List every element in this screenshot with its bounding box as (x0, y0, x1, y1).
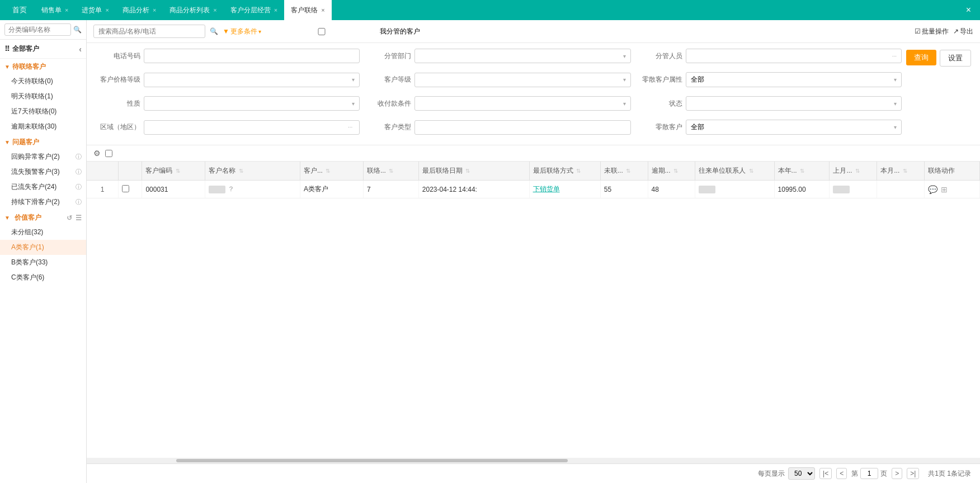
close-icon[interactable]: × (65, 7, 68, 13)
col-header-lastway[interactable]: 最后联络方式 ⇅ (529, 162, 600, 181)
sidebar-item-class-c[interactable]: C类客户(6) (0, 270, 86, 285)
sort-icon: ⇅ (626, 168, 630, 174)
filter-action-buttons: 查询 设置 (906, 49, 971, 139)
filter-group-region: 区域（地区） ··· (96, 120, 360, 135)
sidebar-item-ungroup[interactable]: 未分组(32) (0, 225, 86, 240)
filter-group-customer-type: 客户类型 (366, 120, 630, 135)
chat-icon[interactable]: 💬 (928, 185, 937, 194)
price-level-select[interactable]: ▾ (144, 73, 360, 87)
sidebar-item-today[interactable]: 今天待联络(0) (0, 74, 86, 89)
settings-button[interactable]: 设置 (940, 50, 971, 67)
retail-attr-select[interactable]: 全部 ▾ (686, 72, 902, 87)
dept-select[interactable]: ▾ (414, 49, 630, 63)
last-way-link[interactable]: 下销货单 (533, 185, 560, 193)
nav-tab-customerlayer[interactable]: 客户分层经营 × (224, 0, 284, 20)
row-checkbox[interactable] (122, 185, 129, 192)
sidebar-group-pending[interactable]: ▼ 待联络客户 (0, 59, 86, 74)
nav-tab-customercontact[interactable]: 客户联络 × (284, 0, 331, 20)
qr-icon[interactable]: ⊞ (941, 185, 948, 194)
nav-tab-analysislist[interactable]: 商品分析列表 × (163, 0, 223, 20)
cell-lastdate: 2023-04-12 14:44: (418, 181, 529, 198)
level-select[interactable]: ▾ (414, 73, 630, 87)
sidebar-all-customers[interactable]: ⠿ 全部客户 ‹ (0, 40, 86, 59)
select-all-checkbox[interactable] (105, 150, 112, 157)
page-number-input[interactable] (860, 468, 878, 479)
refresh-icon[interactable]: ↺ (67, 214, 72, 222)
last-page-button[interactable]: >| (907, 468, 919, 479)
page-info: 第 页 (851, 468, 887, 479)
search-button[interactable]: 🔍 (210, 27, 218, 35)
horizontal-scrollbar[interactable] (87, 458, 980, 463)
filter-group-price-level: 客户价格等级 ▾ (96, 73, 360, 87)
col-header-name[interactable]: 客户名称 ⇅ (205, 162, 300, 181)
col-header-unlinkdays[interactable]: 未联... ⇅ (600, 162, 648, 181)
chevron-down-icon: ▾ (352, 101, 355, 107)
phone-input[interactable] (144, 49, 360, 63)
next-page-button[interactable]: > (892, 468, 902, 479)
batch-icon: ☑ (915, 27, 921, 35)
filter-row-2: 客户价格等级 ▾ 客户等级 ▾ 零散客户属性 (96, 72, 902, 87)
sidebar-item-class-a[interactable]: A类客户(1) (0, 240, 86, 255)
scroll-thumb[interactable] (176, 459, 568, 462)
sidebar-item-overdue[interactable]: 逾期未联络(30) (0, 119, 86, 134)
my-customer-checkbox[interactable] (266, 28, 378, 35)
region-select[interactable]: ··· (144, 120, 360, 135)
nav-tab-purchaseorder[interactable]: 进货单 × (75, 0, 115, 20)
filter-group-payment: 收付款条件 ▾ (366, 96, 630, 111)
payment-select[interactable]: ▾ (414, 96, 630, 111)
customer-type-select[interactable] (414, 120, 630, 135)
sidebar-item-repurchase-anomaly[interactable]: 回购异常客户(2) ⓘ (0, 149, 86, 164)
batch-op-button[interactable]: ☑ 批量操作 (915, 27, 949, 36)
settings-icon[interactable]: ☰ (76, 214, 82, 222)
close-icon[interactable]: × (213, 7, 216, 13)
close-icon[interactable]: × (321, 7, 324, 13)
info-icon: ⓘ (76, 198, 82, 206)
nav-home[interactable]: 首页 (4, 0, 35, 20)
sidebar-group-problem[interactable]: ▼ 问题客户 (0, 134, 86, 149)
close-all-button[interactable]: × (962, 5, 976, 15)
sidebar-search-input[interactable] (4, 23, 71, 36)
sidebar-item-churned[interactable]: 已流失客户(24) ⓘ (0, 179, 86, 195)
nature-select[interactable]: ▾ (144, 96, 360, 111)
sidebar-item-churn-warning[interactable]: 流失预警客户(3) ⓘ (0, 164, 86, 179)
col-header-lastdate[interactable]: 最后联络日期 ⇅ (418, 162, 529, 181)
staff-select[interactable]: ··· (686, 49, 902, 63)
sidebar-item-tomorrow[interactable]: 明天待联络(1) (0, 89, 86, 104)
sort-icon: ⇅ (176, 168, 180, 174)
search-icon[interactable]: 🔍 (73, 26, 82, 34)
nav-tab-salesorder[interactable]: 销售单 × (35, 0, 75, 20)
gear-icon[interactable]: ⚙ (93, 149, 101, 158)
data-table: 客户编码 ⇅ 客户名称 ⇅ 客户... ⇅ 联络... (87, 162, 980, 198)
col-header-type[interactable]: 客户... ⇅ (300, 162, 363, 181)
sort-icon: ⇅ (749, 168, 753, 174)
sidebar-item-class-b[interactable]: B类客户(33) (0, 255, 86, 270)
status-select[interactable]: ▾ (686, 96, 902, 111)
my-customer-checkbox-container: 我分管的客户 (266, 27, 420, 36)
query-button[interactable]: 查询 (906, 50, 936, 65)
filter-row-1: 电话号码 分管部门 ▾ 分管人员 ··· (96, 49, 902, 63)
col-header-code[interactable]: 客户编码 ⇅ (142, 162, 205, 181)
sidebar-item-7days[interactable]: 近7天待联络(0) (0, 104, 86, 119)
close-icon[interactable]: × (105, 7, 109, 13)
sidebar-item-declining[interactable]: 持续下滑客户(2) ⓘ (0, 195, 86, 210)
nav-tab-analysis[interactable]: 商品分析 × (116, 0, 163, 20)
export-button[interactable]: ↗ 导出 (953, 27, 973, 36)
sidebar-group-value[interactable]: ▼ 价值客户 ↺ ☰ (0, 210, 86, 225)
col-header-prev[interactable]: 往来单位联系人 ⇅ (695, 162, 774, 181)
close-icon[interactable]: × (274, 7, 277, 13)
col-header-year[interactable]: 本年... ⇅ (774, 162, 830, 181)
prev-page-button[interactable]: < (836, 468, 847, 479)
col-header-thismonth[interactable]: 本月... ⇅ (877, 162, 925, 181)
sidebar: 🔍 ⠿ 全部客户 ‹ ▼ 待联络客户 今天待联络(0) 明天待联络(1) 近7天… (0, 20, 87, 483)
first-page-button[interactable]: |< (819, 468, 832, 479)
col-header-overdue[interactable]: 逾期... ⇅ (648, 162, 695, 181)
close-icon[interactable]: × (153, 7, 156, 13)
customer-name-block (209, 186, 225, 193)
more-filter-button[interactable]: ▼ 更多条件 ▾ (223, 27, 261, 36)
col-header-lastmonth[interactable]: 上月... ⇅ (830, 162, 877, 181)
search-input[interactable] (93, 25, 205, 38)
collapse-icon[interactable]: ‹ (79, 45, 82, 54)
col-header-contact[interactable]: 联络... ⇅ (363, 162, 418, 181)
per-page-select[interactable]: 50 (788, 467, 815, 480)
retail2-select[interactable]: 全部 ▾ (686, 120, 902, 135)
